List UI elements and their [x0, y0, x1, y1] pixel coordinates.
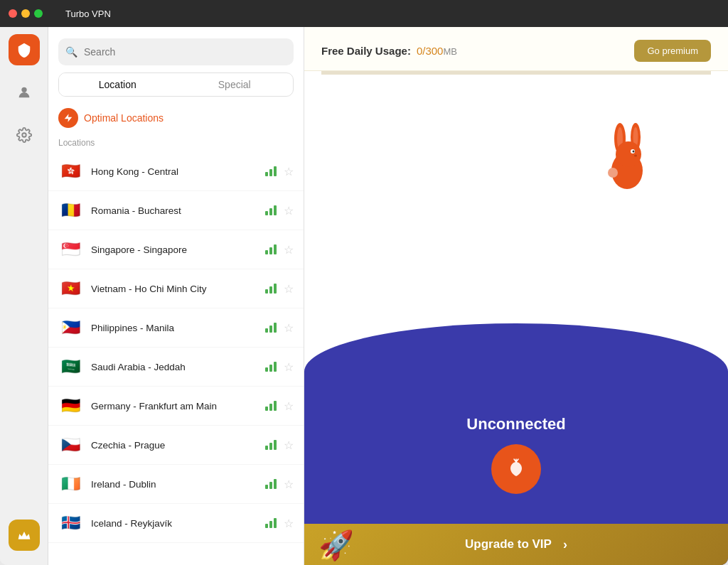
location-name: Vietnam - Ho Chi Minh City [91, 284, 265, 294]
flag-icon: 🇸🇦 [58, 355, 82, 379]
signal-bars [265, 479, 277, 489]
flag-icon: 🇻🇳 [58, 276, 82, 301]
chevron-right-icon: › [563, 537, 567, 552]
usage-unit: MB [443, 46, 457, 57]
connect-button[interactable] [491, 444, 541, 494]
list-item[interactable]: 🇸🇬Singapore - Singapore☆ [48, 230, 304, 269]
optimal-locations-row[interactable]: Optimal Locations [48, 104, 304, 135]
sidebar-item-vpn[interactable] [9, 34, 40, 65]
main-content: Unconnected 🚀 Upgrade to VIP › [304, 75, 728, 565]
signal-bars [265, 166, 277, 176]
signal-bars [265, 244, 277, 254]
location-name: Ireland - Dublin [91, 479, 265, 490]
favorite-button[interactable]: ☆ [284, 165, 294, 178]
flag-icon: 🇷🇴 [58, 198, 82, 222]
maximize-button[interactable] [34, 9, 43, 18]
favorite-button[interactable]: ☆ [284, 438, 294, 452]
favorite-button[interactable]: ☆ [284, 399, 294, 413]
signal-bars [265, 205, 277, 215]
location-name: Romania - Bucharest [91, 205, 265, 216]
list-item[interactable]: 🇸🇦Saudi Arabia - Jeddah☆ [48, 348, 304, 387]
location-name: Philippines - Manila [91, 323, 265, 333]
sidebar-item-settings[interactable] [9, 119, 40, 151]
favorite-button[interactable]: ☆ [284, 243, 294, 257]
list-item[interactable]: 🇨🇿Czechia - Prague☆ [48, 426, 304, 465]
flag-icon: 🇨🇿 [58, 433, 82, 457]
signal-bars [265, 401, 277, 411]
signal-bars [265, 284, 277, 294]
favorite-button[interactable]: ☆ [284, 282, 294, 296]
search-icon: 🔍 [65, 46, 77, 58]
main-window: 🔍 Location Special Optimal Locations Loc… [0, 27, 728, 565]
tab-location[interactable]: Location [59, 73, 176, 96]
upgrade-label: Upgrade to VIP [465, 537, 552, 551]
list-item[interactable]: 🇮🇸Iceland - Reykjavík☆ [48, 504, 304, 543]
location-name: Hong Kong - Central [91, 166, 265, 177]
svg-point-1 [22, 133, 26, 137]
tab-special[interactable]: Special [176, 73, 294, 96]
signal-bars [265, 362, 277, 372]
optimal-label: Optimal Locations [84, 112, 164, 124]
sidebar-item-profile[interactable] [9, 77, 40, 108]
rocket-icon: 🚀 [318, 529, 354, 562]
traffic-lights [9, 9, 43, 18]
usage-value: 0/300MB [417, 45, 457, 58]
list-item[interactable]: 🇩🇪Germany - Frankfurt am Main☆ [48, 387, 304, 426]
location-name: Czechia - Prague [91, 440, 265, 451]
left-panel: 🔍 Location Special Optimal Locations Loc… [48, 27, 304, 565]
favorite-button[interactable]: ☆ [284, 517, 294, 530]
favorite-button[interactable]: ☆ [284, 204, 294, 217]
flag-icon: 🇸🇬 [58, 237, 82, 262]
locations-list: 🇭🇰Hong Kong - Central☆🇷🇴Romania - Buchar… [48, 152, 304, 565]
app-title: Turbo VPN [65, 9, 111, 19]
sidebar-item-crown[interactable] [9, 520, 40, 551]
location-name: Iceland - Reykjavík [91, 518, 265, 529]
list-item[interactable]: 🇮🇪Ireland - Dublin☆ [48, 465, 304, 504]
svg-point-10 [634, 155, 637, 157]
rabbit-illustration [600, 117, 657, 195]
tab-row: Location Special [58, 72, 294, 97]
right-panel: Free Daily Usage: 0/300MB Go premium [304, 27, 728, 565]
flag-icon: 🇵🇭 [58, 316, 82, 340]
upgrade-vip-bar[interactable]: 🚀 Upgrade to VIP › [304, 524, 728, 565]
search-wrapper: 🔍 [58, 38, 294, 65]
close-button[interactable] [9, 9, 17, 18]
svg-point-7 [616, 141, 641, 167]
list-item[interactable]: 🇭🇰Hong Kong - Central☆ [48, 152, 304, 191]
top-bar: Free Daily Usage: 0/300MB Go premium [304, 27, 728, 71]
list-item[interactable]: 🇵🇭Philippines - Manila☆ [48, 308, 304, 348]
usage-current: 0/300 [417, 45, 444, 57]
go-premium-button[interactable]: Go premium [634, 40, 711, 62]
favorite-button[interactable]: ☆ [284, 360, 294, 374]
search-container: 🔍 [48, 27, 304, 72]
svg-point-0 [21, 87, 26, 92]
flag-icon: 🇩🇪 [58, 394, 82, 418]
locations-section-header: Locations [48, 135, 304, 152]
flag-icon: 🇭🇰 [58, 159, 82, 183]
svg-point-9 [633, 151, 635, 153]
location-name: Singapore - Singapore [91, 244, 265, 255]
svg-point-11 [608, 168, 618, 178]
signal-bars [265, 440, 277, 450]
titlebar: Turbo VPN [0, 0, 728, 27]
flag-icon: 🇮🇪 [58, 472, 82, 496]
location-name: Germany - Frankfurt am Main [91, 401, 265, 411]
location-name: Saudi Arabia - Jeddah [91, 362, 265, 372]
flag-icon: 🇮🇸 [58, 511, 82, 535]
list-item[interactable]: 🇻🇳Vietnam - Ho Chi Minh City☆ [48, 269, 304, 308]
favorite-button[interactable]: ☆ [284, 478, 294, 491]
signal-bars [265, 323, 277, 333]
favorite-button[interactable]: ☆ [284, 321, 294, 335]
free-usage-label: Free Daily Usage: [321, 45, 411, 57]
list-item[interactable]: 🇷🇴Romania - Bucharest☆ [48, 191, 304, 230]
sidebar [0, 27, 48, 565]
minimize-button[interactable] [21, 9, 30, 18]
connection-status: Unconnected [304, 415, 728, 434]
optimal-icon [58, 108, 78, 128]
signal-bars [265, 518, 277, 528]
search-input[interactable] [58, 38, 294, 65]
